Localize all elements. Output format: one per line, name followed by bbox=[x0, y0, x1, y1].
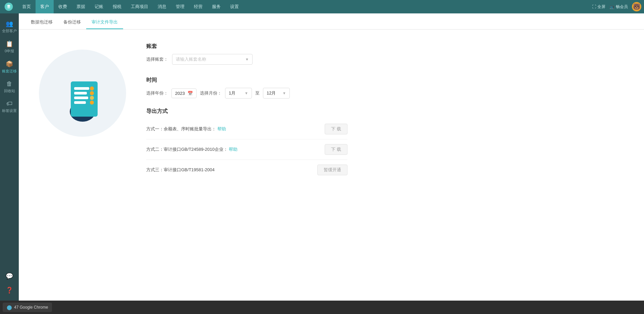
nav-settings[interactable]: 设置 bbox=[225, 0, 244, 13]
export-method-1-text: 方式一：余额表、序时账批量导出： 帮助 bbox=[146, 126, 226, 132]
avatar-icon: 🐻 bbox=[633, 3, 640, 10]
account-section-title: 账套 bbox=[146, 43, 347, 50]
account-select-placeholder: 请输入账套名称 bbox=[176, 56, 206, 62]
logo[interactable] bbox=[3, 1, 15, 13]
svg-rect-7 bbox=[74, 101, 86, 104]
taskbar-chrome-label: 47 Google Chrome bbox=[14, 305, 48, 310]
fullscreen-button[interactable]: ⛶ 全屏 bbox=[592, 4, 605, 10]
fullscreen-icon: ⛶ bbox=[592, 4, 596, 9]
export-section: 导出方式 方式一：余额表、序时账批量导出： 帮助 下 载 方式二：审计接口GB/… bbox=[146, 108, 347, 180]
calendar-icon: 📅 bbox=[187, 91, 193, 96]
nav-business[interactable]: 工商项目 bbox=[126, 0, 153, 13]
sidebar-item-all-customers[interactable]: 👥 全部客户 bbox=[0, 17, 19, 37]
tab-backup-migration[interactable]: 备份迁移 bbox=[58, 16, 86, 29]
export-method-3-text: 方式三：审计接口GB/T19581-2004 bbox=[146, 167, 215, 173]
taskbar: ⬤ 47 Google Chrome bbox=[0, 301, 644, 314]
sidebar-item-label: 全部客户 bbox=[2, 28, 17, 34]
export-method-1: 方式一：余额表、序时账批量导出： 帮助 下 载 bbox=[146, 119, 347, 139]
export-method-2-label: 方式二：审计接口GB/T24589-2010企业： bbox=[146, 147, 228, 152]
nav-bookkeeping[interactable]: 记账 bbox=[90, 0, 108, 13]
nav-operation[interactable]: 经营 bbox=[189, 0, 207, 13]
sidebar: 👥 全部客户 📋 0申报 📦 账套迁移 🗑 回收站 🏷 标签设置 💬 ❓ bbox=[0, 13, 19, 301]
nav-items: 首页 客户 收费 票据 记账 报税 工商项目 消息 管理 经营 服务 设置 bbox=[17, 0, 592, 13]
year-label: 选择年份： bbox=[146, 90, 168, 96]
chrome-icon: ⬤ bbox=[7, 305, 12, 310]
vip-button[interactable]: 📺 畅会员 bbox=[609, 4, 628, 10]
year-value: 2023 bbox=[175, 91, 185, 96]
sidebar-bottom-message[interactable]: 💬 bbox=[4, 269, 14, 283]
export-method-1-button[interactable]: 下 载 bbox=[325, 124, 347, 134]
top-nav: 首页 客户 收费 票据 记账 报税 工商项目 消息 管理 经营 服务 设置 ⛶ … bbox=[0, 0, 644, 13]
svg-rect-5 bbox=[74, 92, 87, 95]
all-customers-icon: 👥 bbox=[6, 20, 13, 27]
export-method-1-label: 方式一：余额表、序时账批量导出： bbox=[146, 126, 216, 131]
form-area: 账套 选择账套： 请输入账套名称 ▼ 时间 选择年份： bbox=[146, 43, 347, 180]
nav-right: ⛶ 全屏 📺 畅会员 🐻 bbox=[592, 2, 641, 11]
sidebar-item-label: 标签设置 bbox=[2, 108, 17, 113]
export-method-2: 方式二：审计接口GB/T24589-2010企业： 帮助 下 载 bbox=[146, 139, 347, 160]
end-month-chevron: ▼ bbox=[282, 91, 286, 95]
nav-billing[interactable]: 收费 bbox=[54, 0, 72, 13]
end-month-value: 12月 bbox=[267, 90, 276, 96]
sidebar-item-recycle[interactable]: 🗑 回收站 bbox=[0, 77, 19, 97]
vip-label: 畅会员 bbox=[616, 4, 628, 10]
year-input[interactable]: 2023 📅 bbox=[171, 88, 197, 98]
time-section: 时间 选择年份： 2023 📅 选择月份： 1月 ▼ 至 bbox=[146, 77, 347, 99]
time-section-title: 时间 bbox=[146, 77, 347, 84]
month-label: 选择月份： bbox=[200, 90, 222, 96]
account-select[interactable]: 请输入账套名称 ▼ bbox=[172, 54, 253, 65]
nav-tax[interactable]: 报税 bbox=[108, 0, 126, 13]
vip-icon: 📺 bbox=[609, 4, 614, 9]
svg-point-11 bbox=[90, 101, 94, 105]
start-month-select[interactable]: 1月 ▼ bbox=[225, 88, 252, 99]
export-method-3-label: 方式三：审计接口GB/T19581-2004 bbox=[146, 167, 215, 172]
export-section-title: 导出方式 bbox=[146, 108, 347, 115]
illustration-svg bbox=[52, 60, 113, 127]
nav-home[interactable]: 首页 bbox=[17, 0, 36, 13]
tabs-bar: 数据包迁移 备份迁移 审计文件导出 bbox=[19, 13, 644, 29]
tag-settings-icon: 🏷 bbox=[6, 100, 12, 107]
svg-point-8 bbox=[90, 86, 94, 90]
start-month-value: 1月 bbox=[229, 90, 235, 96]
illustration bbox=[39, 50, 126, 137]
sidebar-item-account-migration[interactable]: 📦 账套迁移 bbox=[0, 57, 19, 77]
sidebar-bottom-help[interactable]: ❓ bbox=[4, 283, 14, 297]
avatar[interactable]: 🐻 bbox=[632, 2, 641, 11]
page-content: 账套 选择账套： 请输入账套名称 ▼ 时间 选择年份： bbox=[19, 29, 644, 301]
account-form-row: 选择账套： 请输入账套名称 ▼ bbox=[146, 54, 347, 65]
export-method-2-button[interactable]: 下 载 bbox=[325, 144, 347, 155]
tab-audit-export[interactable]: 审计文件导出 bbox=[86, 16, 123, 29]
nav-message[interactable]: 消息 bbox=[153, 0, 171, 13]
nav-service[interactable]: 服务 bbox=[207, 0, 225, 13]
main-layout: 👥 全部客户 📋 0申报 📦 账套迁移 🗑 回收站 🏷 标签设置 💬 ❓ bbox=[0, 13, 644, 301]
content-area: 数据包迁移 备份迁移 审计文件导出 bbox=[19, 13, 644, 301]
zero-declare-icon: 📋 bbox=[6, 40, 13, 48]
taskbar-chrome[interactable]: ⬤ 47 Google Chrome bbox=[3, 303, 52, 312]
sidebar-item-label: 账套迁移 bbox=[2, 69, 17, 74]
sidebar-item-label: 回收站 bbox=[4, 88, 15, 93]
nav-management[interactable]: 管理 bbox=[171, 0, 189, 13]
tab-data-migration[interactable]: 数据包迁移 bbox=[25, 16, 58, 29]
message-bottom-icon: 💬 bbox=[6, 272, 13, 280]
sidebar-item-label: 0申报 bbox=[5, 49, 14, 54]
svg-point-9 bbox=[90, 91, 94, 95]
end-month-select[interactable]: 12月 ▼ bbox=[263, 88, 290, 99]
account-select-label: 选择账套： bbox=[146, 56, 168, 62]
export-method-2-help[interactable]: 帮助 bbox=[229, 147, 237, 152]
sidebar-item-zero-declare[interactable]: 📋 0申报 bbox=[0, 37, 19, 57]
time-row: 选择年份： 2023 📅 选择月份： 1月 ▼ 至 12月 bbox=[146, 88, 347, 99]
nav-customer[interactable]: 客户 bbox=[36, 0, 54, 13]
sidebar-bottom: 💬 ❓ bbox=[4, 269, 14, 301]
nav-invoice[interactable]: 票据 bbox=[72, 0, 90, 13]
help-icon: ❓ bbox=[6, 287, 13, 294]
export-method-2-text: 方式二：审计接口GB/T24589-2010企业： 帮助 bbox=[146, 146, 237, 152]
svg-point-10 bbox=[90, 96, 94, 100]
month-chevron: ▼ bbox=[245, 91, 248, 95]
account-section: 账套 选择账套： 请输入账套名称 ▼ bbox=[146, 43, 347, 67]
svg-rect-4 bbox=[74, 87, 89, 90]
export-method-1-help[interactable]: 帮助 bbox=[217, 126, 226, 131]
sidebar-item-tag-settings[interactable]: 🏷 标签设置 bbox=[0, 97, 19, 117]
export-method-3: 方式三：审计接口GB/T19581-2004 暂缓开通 bbox=[146, 160, 347, 180]
export-method-3-button: 暂缓开通 bbox=[317, 165, 347, 175]
to-label: 至 bbox=[255, 90, 260, 96]
